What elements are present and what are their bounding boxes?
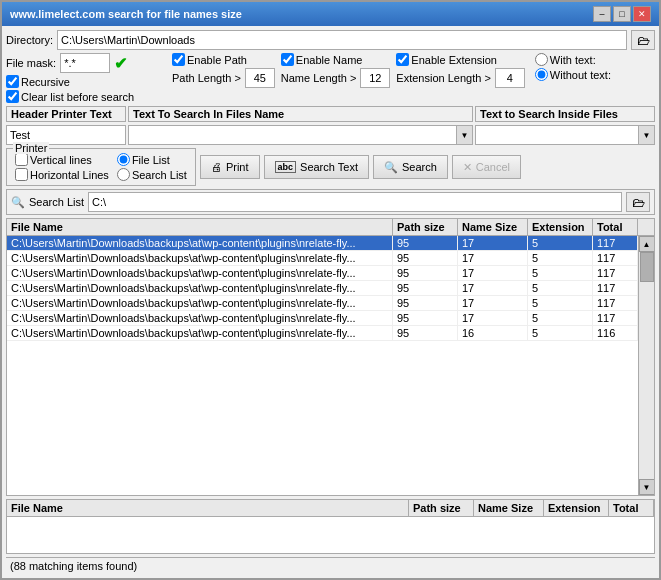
text-to-search-label: Text To Search In Files Name <box>128 106 473 122</box>
td-total: 117 <box>593 296 638 310</box>
recursive-label[interactable]: Recursive <box>6 75 70 88</box>
td-filename: C:\Users\Martin\Downloads\backups\at\wp-… <box>7 326 393 340</box>
without-text-label[interactable]: Without text: <box>535 68 611 81</box>
search-list-radio[interactable] <box>117 168 130 181</box>
table-row[interactable]: C:\Users\Martin\Downloads\backups\at\wp-… <box>7 281 638 296</box>
file-list-label[interactable]: File List <box>117 153 187 166</box>
enable-ext-label[interactable]: Enable Extension <box>396 53 525 66</box>
text-to-search-combo[interactable]: ▼ <box>128 125 473 145</box>
directory-browse-button[interactable]: 🗁 <box>631 30 655 50</box>
td-namesize: 16 <box>458 326 528 340</box>
text-to-search-inside-label: Text to Search Inside Files <box>475 106 655 122</box>
clearlist-label[interactable]: Clear list before search <box>6 90 134 103</box>
td-pathsize: 95 <box>393 251 458 265</box>
path-length-input[interactable] <box>245 68 275 88</box>
file-list-radio[interactable] <box>117 153 130 166</box>
directory-label: Directory: <box>6 34 53 46</box>
bottom-th-total: Total <box>609 500 654 516</box>
path-length-label: Path Length > <box>172 72 241 84</box>
search-button[interactable]: 🔍 Search <box>373 155 448 179</box>
scroll-track[interactable] <box>639 252 654 479</box>
scroll-down-button[interactable]: ▼ <box>639 479 655 495</box>
path-options: Enable Path Path Length > <box>172 53 275 88</box>
enable-name-label[interactable]: Enable Name <box>281 53 391 66</box>
search-list-browse-button[interactable]: 🗁 <box>626 192 650 212</box>
enable-path-label[interactable]: Enable Path <box>172 53 275 66</box>
printer-group: Printer Vertical lines Horizontal Lines … <box>6 148 196 186</box>
th-namesize: Name Size <box>458 219 528 235</box>
directory-input[interactable]: C:\Users\Martin\Downloads <box>57 30 627 50</box>
search-list-label[interactable]: Search List <box>117 168 187 181</box>
table-row[interactable]: C:\Users\Martin\Downloads\backups\at\wp-… <box>7 236 638 251</box>
text-to-search-dropdown-arrow[interactable]: ▼ <box>456 126 472 144</box>
th-extension: Extension <box>528 219 593 235</box>
table-row[interactable]: C:\Users\Martin\Downloads\backups\at\wp-… <box>7 251 638 266</box>
scroll-thumb[interactable] <box>640 252 654 282</box>
search-text-button[interactable]: abc Search Text <box>264 155 369 179</box>
td-pathsize: 95 <box>393 296 458 310</box>
close-button[interactable]: ✕ <box>633 6 651 22</box>
maximize-button[interactable]: □ <box>613 6 631 22</box>
search-list-path[interactable] <box>88 192 622 212</box>
print-icon: 🖨 <box>211 161 222 173</box>
text-inside-combo[interactable]: ▼ <box>475 125 655 145</box>
printer-radios: File List Search List <box>117 153 187 181</box>
table-row[interactable]: C:\Users\Martin\Downloads\backups\at\wp-… <box>7 311 638 326</box>
vertical-lines-checkbox[interactable] <box>15 153 28 166</box>
minimize-button[interactable]: – <box>593 6 611 22</box>
td-pathsize: 95 <box>393 266 458 280</box>
horizontal-lines-checkbox[interactable] <box>15 168 28 181</box>
td-namesize: 17 <box>458 251 528 265</box>
td-extension: 5 <box>528 326 593 340</box>
vertical-scrollbar[interactable]: ▲ ▼ <box>638 236 654 495</box>
name-length-row: Name Length > <box>281 68 391 88</box>
cancel-icon: ✕ <box>463 161 472 174</box>
name-options: Enable Name Name Length > <box>281 53 391 88</box>
bottom-table: File Name Path size Name Size Extension … <box>6 499 655 554</box>
clearlist-row: Clear list before search <box>6 90 166 103</box>
table-row[interactable]: C:\Users\Martin\Downloads\backups\at\wp-… <box>7 296 638 311</box>
filemask-input[interactable] <box>60 53 110 73</box>
printer-group-label: Printer <box>13 142 49 154</box>
cancel-button[interactable]: ✕ Cancel <box>452 155 521 179</box>
ext-length-row: Extension Length > <box>396 68 525 88</box>
td-extension: 5 <box>528 281 593 295</box>
enable-path-checkbox[interactable] <box>172 53 185 66</box>
main-content: Directory: C:\Users\Martin\Downloads 🗁 F… <box>2 26 659 578</box>
td-extension: 5 <box>528 311 593 325</box>
scroll-up-button[interactable]: ▲ <box>639 236 655 252</box>
with-text-label[interactable]: With text: <box>535 53 611 66</box>
with-text-radio[interactable] <box>535 53 548 66</box>
table-row[interactable]: C:\Users\Martin\Downloads\backups\at\wp-… <box>7 266 638 281</box>
bottom-th-filename: File Name <box>7 500 409 516</box>
status-text: (88 matching items found) <box>10 560 137 572</box>
printer-checkboxes: Vertical lines Horizontal Lines <box>15 153 109 181</box>
td-total: 117 <box>593 311 638 325</box>
td-namesize: 17 <box>458 236 528 250</box>
td-extension: 5 <box>528 266 593 280</box>
table-row[interactable]: C:\Users\Martin\Downloads\backups\at\wp-… <box>7 326 638 341</box>
enable-ext-checkbox[interactable] <box>396 53 409 66</box>
vertical-lines-label[interactable]: Vertical lines <box>15 153 109 166</box>
recursive-checkbox[interactable] <box>6 75 19 88</box>
without-text-radio[interactable] <box>535 68 548 81</box>
print-button[interactable]: 🖨 Print <box>200 155 260 179</box>
recursive-row: Recursive <box>6 75 166 88</box>
table-body-container: C:\Users\Martin\Downloads\backups\at\wp-… <box>7 236 654 495</box>
text-inside-dropdown-arrow[interactable]: ▼ <box>638 126 654 144</box>
name-length-input[interactable] <box>360 68 390 88</box>
name-length-label: Name Length > <box>281 72 357 84</box>
enable-name-checkbox[interactable] <box>281 53 294 66</box>
td-namesize: 17 <box>458 311 528 325</box>
th-scroll-spacer <box>638 219 654 235</box>
horizontal-lines-label[interactable]: Horizontal Lines <box>15 168 109 181</box>
clearlist-checkbox[interactable] <box>6 90 19 103</box>
window-controls: – □ ✕ <box>593 6 651 22</box>
search-list-icon: 🔍 <box>11 196 25 209</box>
search-text-icon: abc <box>275 161 297 173</box>
ext-length-input[interactable] <box>495 68 525 88</box>
filemask-label: File mask: <box>6 57 56 69</box>
table-body[interactable]: C:\Users\Martin\Downloads\backups\at\wp-… <box>7 236 638 495</box>
text-to-search-input[interactable] <box>129 126 456 144</box>
text-inside-input[interactable] <box>476 126 638 144</box>
